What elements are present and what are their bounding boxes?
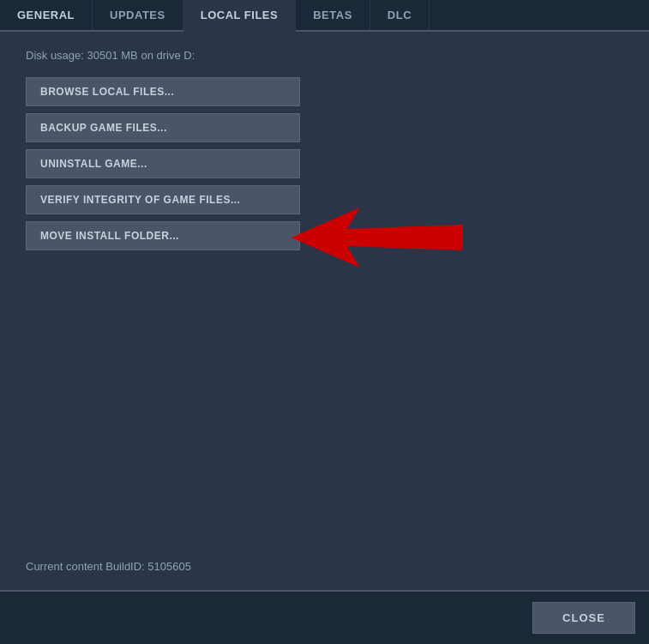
svg-marker-0 — [291, 208, 463, 268]
verify-integrity-button[interactable]: VERIFY INTEGRITY OF GAME FILES... — [26, 185, 300, 214]
browse-local-files-button[interactable]: BROWSE LOCAL FILES... — [26, 77, 300, 106]
content-area: Disk usage: 30501 MB on drive D: BROWSE … — [0, 32, 649, 590]
tab-general[interactable]: GENERAL — [0, 0, 93, 30]
tab-dlc[interactable]: DLC — [370, 0, 430, 30]
build-id-label: Current content BuildID: 5105605 — [26, 560, 191, 573]
backup-game-files-button[interactable]: BACKUP GAME FILES... — [26, 113, 300, 142]
tab-betas[interactable]: BETAS — [296, 0, 370, 30]
tab-bar: GENERAL UPDATES LOCAL FILES BETAS DLC — [0, 0, 649, 32]
footer: CLOSE — [0, 590, 649, 644]
move-install-folder-button[interactable]: MOVE INSTALL FOLDER... — [26, 221, 300, 250]
close-button[interactable]: CLOSE — [532, 602, 635, 634]
tab-updates[interactable]: UPDATES — [93, 0, 183, 30]
steam-properties-window: GENERAL UPDATES LOCAL FILES BETAS DLC Di… — [0, 0, 649, 644]
annotation-arrow — [291, 208, 463, 276]
uninstall-game-button[interactable]: UNINSTALL GAME... — [26, 149, 300, 178]
tab-local-files[interactable]: LOCAL FILES — [183, 0, 296, 32]
disk-usage-label: Disk usage: 30501 MB on drive D: — [26, 49, 623, 62]
action-buttons-section: BROWSE LOCAL FILES... BACKUP GAME FILES.… — [26, 77, 300, 250]
